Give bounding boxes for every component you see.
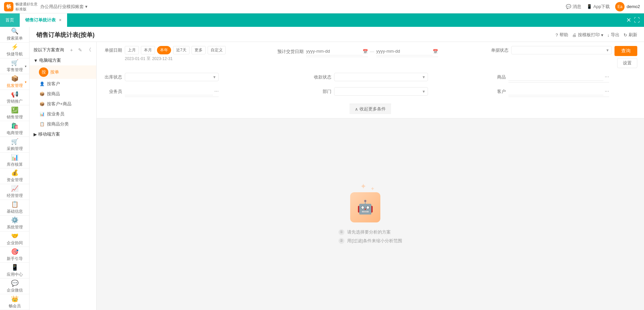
sidebar-item-enterprise-coop[interactable]: 🤝 企业协同 (0, 231, 29, 247)
sidebar-item-sales-mgmt[interactable]: 💹 销售管理 (0, 105, 29, 121)
user-action[interactable]: Ea demo2 (615, 2, 640, 11)
window-maximize-button[interactable]: ⛶ (634, 17, 640, 24)
date-btn-more[interactable]: 更多 (192, 46, 206, 54)
salesperson-input[interactable] (125, 87, 213, 95)
tab-window-actions: ✕ ⛶ (622, 16, 644, 24)
expected-date-end[interactable]: 📅 (376, 46, 438, 57)
sidebar-item-ecommerce[interactable]: 🛍️ 电商管理 (0, 121, 29, 137)
date-range-sep: 至 (147, 56, 151, 61)
app-center-icon: 📱 (11, 264, 18, 271)
message-action[interactable]: 💬 消息 (566, 4, 581, 10)
sidebar-item-wholesale-mgmt[interactable]: 📦 批发管理 ▾ (0, 74, 29, 90)
main-layout: 🔍 搜索菜单 ⚡ 快捷导航 🛒 零售管理 ▾ 📦 批发管理 ▾ 📢 营销推广 💹… (0, 27, 644, 310)
tree-item-by-product[interactable]: 📦 按商品 (30, 89, 96, 99)
panel-edit-button[interactable]: ✎ (77, 47, 84, 53)
goods-input[interactable] (508, 73, 603, 81)
sidebar-item-search-menu[interactable]: 🔍 搜索菜单 (0, 27, 29, 43)
date-btn-last-7-days[interactable]: 近7天 (173, 46, 190, 54)
date-buttons: 上月 本月 本年 近7天 更多 自定义 (125, 46, 226, 54)
export-action[interactable]: ↓ 导出 (607, 32, 620, 38)
customer-input[interactable] (508, 87, 603, 95)
empty-tip-1: ① 请先选择要分析的方案 (338, 229, 402, 235)
sidebar-item-purchase[interactable]: 🛒 采购管理 (0, 137, 29, 153)
avatar: Ea (615, 2, 625, 11)
date-btn-last-month[interactable]: 上月 (125, 46, 139, 54)
date-filter-label: 单据日期 (103, 47, 122, 53)
dept-label: 部门 (313, 89, 331, 95)
salesperson-input-area[interactable]: ··· (125, 86, 219, 97)
date-btn-this-year[interactable]: 本年 (157, 46, 171, 54)
dept-chevron: ▾ (423, 89, 425, 94)
sidebar-item-operations[interactable]: 📈 经营管理 (0, 184, 29, 200)
sidebar-item-finance[interactable]: 💰 资金管理 (0, 168, 29, 184)
pc-group-label[interactable]: ▼ 电脑端方案 (30, 55, 96, 65)
logo-text: 畅捷通好生意 标准版 (15, 2, 38, 11)
by-order-badge: 按 (39, 67, 48, 77)
sidebar-item-member[interactable]: 👑 畅会员 (0, 294, 29, 310)
panel-header-actions: + ✎ 《 (68, 47, 92, 53)
tab-sales-order-stats[interactable]: 销售订单统计表 × (20, 13, 67, 27)
expected-date-end-input[interactable] (376, 47, 433, 55)
collapse-filter-button[interactable]: ∧ 收起更多条件 (350, 104, 391, 114)
search-menu-icon: 🔍 (11, 28, 18, 35)
date-range-end: 2023-12-31 (152, 56, 172, 61)
sidebar-item-retail-mgmt[interactable]: 🛒 零售管理 ▾ (0, 58, 29, 74)
window-close-button[interactable]: ✕ (626, 16, 631, 24)
mobile-group-label[interactable]: ▶ 移动端方案 (30, 129, 96, 139)
page-header: 销售订单统计表(按单) ? 帮助 🖨 按模板打印 ▾ ↓ 导出 ↻ 刷新 (30, 27, 644, 42)
tree-item-by-customer-product[interactable]: 📦 按客户+商品 (30, 99, 96, 109)
expected-date-start[interactable]: 📅 (306, 46, 368, 57)
tree-item-by-category[interactable]: 📋 按商品分类 (30, 119, 96, 129)
wholesale-mgmt-arrow: ▾ (25, 80, 26, 84)
app-download-action[interactable]: 📱 App下载 (587, 4, 610, 10)
status-select[interactable]: ▾ (511, 46, 612, 54)
goods-more-icon[interactable]: ··· (605, 74, 609, 80)
sidebar-item-app-center[interactable]: 📱 应用中心 (0, 263, 29, 278)
sidebar-item-base-info[interactable]: 📋 基础信息 (0, 200, 29, 216)
payment-status-select[interactable]: ▾ (334, 73, 428, 81)
goods-input-area[interactable]: ··· (508, 71, 609, 83)
tree-item-by-customer[interactable]: 👤 按客户 (30, 79, 96, 89)
tab-bar: 首页 销售订单统计表 × ✕ ⛶ (0, 13, 644, 27)
collapse-arrow-icon: ∧ (355, 107, 358, 112)
refresh-icon: ↻ (624, 33, 627, 38)
tab-home[interactable]: 首页 (0, 13, 20, 27)
panel-collapse-button[interactable]: 《 (86, 47, 92, 53)
tree-item-by-order[interactable]: 按 按单 (30, 65, 96, 79)
date-btn-custom[interactable]: 自定义 (208, 46, 226, 54)
new-guide-icon: 🎯 (11, 248, 18, 255)
template-print-action[interactable]: 🖨 按模板打印 ▾ (572, 32, 603, 38)
tree-item-by-salesperson[interactable]: 📊 按业务员 (30, 109, 96, 119)
panel-header: 按以下方案查询 + ✎ 《 (30, 45, 96, 55)
settings-button[interactable]: 设置 (617, 58, 637, 68)
enterprise-coop-icon: 🤝 (11, 232, 18, 240)
sidebar-item-new-guide[interactable]: 🎯 新手引导 (0, 247, 29, 263)
date-btn-this-month[interactable]: 本月 (141, 46, 155, 54)
sidebar-item-quick-nav[interactable]: ⚡ 快捷导航 (0, 43, 29, 58)
tab-close-button[interactable]: × (59, 18, 61, 22)
date-range-dash: — (370, 49, 374, 54)
sidebar-item-inventory[interactable]: 📊 库存核算 (0, 153, 29, 168)
help-icon: ? (555, 33, 558, 38)
salesperson-more-icon[interactable]: ··· (214, 88, 219, 94)
sidebar-item-marketing[interactable]: 📢 营销推广 (0, 90, 29, 106)
empty-robot-icon: 🤖 (350, 192, 380, 222)
sidebar-item-enterprise-wechat[interactable]: 💬 企业微信 (0, 278, 29, 294)
dept-select[interactable]: ▾ (334, 87, 428, 96)
query-button[interactable]: 查询 (614, 46, 637, 56)
customer-more-icon[interactable]: ··· (605, 88, 609, 94)
by-salesperson-icon: 📊 (39, 111, 45, 117)
enterprise-wechat-icon: 💬 (11, 279, 18, 287)
help-action[interactable]: ? 帮助 (555, 32, 568, 38)
goods-label: 商品 (487, 74, 506, 80)
empty-smoke-icon: ✦ (360, 182, 366, 191)
export-icon: ↓ (607, 33, 610, 38)
expected-date-start-input[interactable] (306, 47, 363, 55)
sidebar-item-system[interactable]: ⚙️ 系统管理 (0, 216, 29, 231)
date-range-start: 2023-01-01 (125, 56, 145, 61)
out-status-select[interactable]: ▾ (125, 73, 219, 81)
refresh-action[interactable]: ↻ 刷新 (624, 32, 637, 38)
panel-add-button[interactable]: + (68, 47, 75, 53)
left-panel: 按以下方案查询 + ✎ 《 ▼ 电脑端方案 按 按单 (30, 42, 97, 310)
customer-input-area[interactable]: ··· (508, 86, 609, 97)
